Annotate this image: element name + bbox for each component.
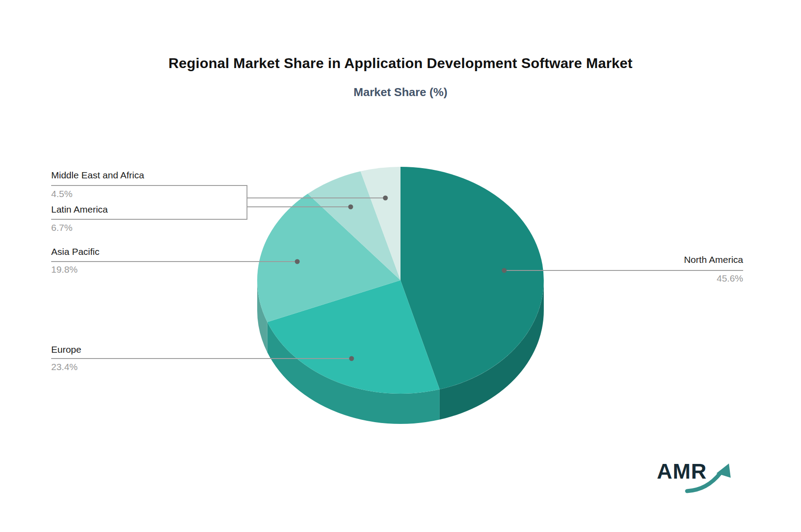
- label-latin-america: Latin America: [51, 204, 108, 215]
- chart-canvas: Regional Market Share in Application Dev…: [0, 0, 801, 532]
- amr-logo: AMR: [657, 461, 746, 501]
- value-asia-pacific: 19.8%: [51, 264, 78, 275]
- label-asia-pacific: Asia Pacific: [51, 246, 100, 257]
- amr-logo-arrow-icon: [683, 460, 740, 496]
- label-middle-east-and-africa: Middle East and Africa: [51, 170, 144, 181]
- leader-dot-latin-america: [348, 205, 353, 210]
- leader-dot-europe: [349, 356, 354, 361]
- label-north-america: North America: [684, 254, 743, 265]
- label-europe: Europe: [51, 344, 81, 355]
- value-europe: 23.4%: [51, 362, 78, 372]
- value-north-america: 45.6%: [716, 273, 743, 284]
- leader-dot-north-america: [502, 268, 507, 273]
- value-middle-east-and-africa: 4.5%: [51, 189, 73, 199]
- value-latin-america: 6.7%: [51, 222, 73, 233]
- leader-dot-asia-pacific: [295, 259, 300, 264]
- pie-chart: [0, 0, 801, 532]
- leader-dot-middle-east-and-africa: [383, 196, 388, 201]
